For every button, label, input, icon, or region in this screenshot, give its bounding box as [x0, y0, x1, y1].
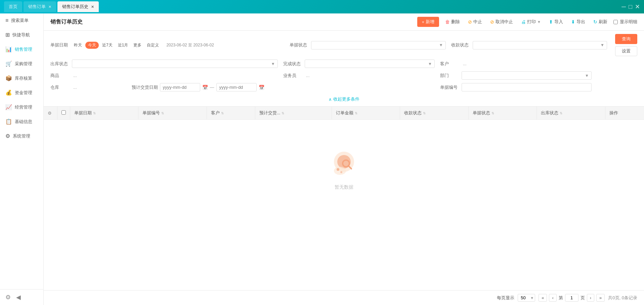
- sidebar-item-quick-nav[interactable]: ⊞ 快捷导航: [0, 28, 43, 42]
- filter-row-4: 仓库 ... 预计交货日期 📅 — 📅 单据编号: [50, 83, 637, 91]
- last-page-button[interactable]: »: [596, 294, 605, 302]
- salesperson-filter: 业务员 ...: [283, 73, 435, 79]
- page-nav: « ‹ 第 页 › »: [539, 294, 605, 302]
- sidebar-settings-icon[interactable]: ⚙: [5, 294, 11, 301]
- close-window-icon[interactable]: ✕: [635, 3, 640, 10]
- date-last1month-btn[interactable]: 近1月: [116, 42, 130, 49]
- display-toggle-checkbox[interactable]: [613, 20, 618, 24]
- refresh-button[interactable]: ↻ 刷新: [591, 17, 609, 26]
- import-button[interactable]: ⬆ 导入: [547, 17, 565, 26]
- basic-info-icon: 📋: [5, 118, 12, 125]
- sidebar-item-inventory[interactable]: 📦 库存核算: [0, 71, 43, 85]
- page-size-label: 每页显示: [497, 295, 514, 301]
- sidebar-item-basic-info[interactable]: 📋 基础信息: [0, 114, 43, 129]
- completion-status-select[interactable]: [305, 60, 435, 68]
- tab-sales-history[interactable]: 销售订单历史 ✕: [57, 1, 99, 12]
- dept-select[interactable]: [462, 71, 592, 80]
- content-area: 销售订单历史 + 新增 🗑 删除 ⊘ 中止 ⊘ 取消中止: [44, 13, 644, 305]
- max-icon[interactable]: □: [629, 3, 632, 10]
- new-label: 新增: [426, 19, 434, 25]
- stop-button[interactable]: ⊘ 中止: [466, 17, 484, 26]
- date-filter: 单据日期 昨天 今天 近7天 近1月 更多 自定义 2023-06-02 至 2…: [50, 42, 284, 49]
- sort-order-status[interactable]: 单据状态 ⇅: [473, 110, 533, 116]
- tab-sales-order[interactable]: 销售订单 ✕: [24, 1, 56, 12]
- completion-status-label: 完成状态: [283, 61, 302, 67]
- pay-status-select[interactable]: [473, 41, 607, 49]
- cancel-stop-label: 取消中止: [496, 19, 513, 25]
- print-button[interactable]: 🖨 打印 ▼: [519, 17, 543, 26]
- delivery-date-end[interactable]: [216, 83, 257, 91]
- table-container: ⚙ 单据日期 ⇅ 单据编号: [44, 107, 644, 290]
- order-no-input[interactable]: [462, 83, 592, 91]
- sidebar-item-sys-mgmt[interactable]: ⚙ 系统管理: [0, 129, 43, 143]
- date-custom-btn[interactable]: 自定义: [145, 42, 161, 49]
- date-last7-btn[interactable]: 近7天: [100, 42, 115, 49]
- sort-pay-status-icon: ⇅: [423, 111, 426, 115]
- sort-outbound-status-icon: ⇅: [560, 111, 562, 115]
- sidebar-item-inventory-label: 库存核算: [15, 75, 32, 81]
- order-no-label: 单据编号: [440, 84, 459, 90]
- date-yesterday-btn[interactable]: 昨天: [72, 42, 84, 49]
- empty-illustration: [327, 147, 361, 180]
- total-info: 共0页, 0条记录: [608, 295, 637, 301]
- page-label: 第: [559, 295, 563, 301]
- empty-text: 暂无数据: [335, 184, 353, 190]
- sort-expected-delivery[interactable]: 预计交货... ⇅: [259, 110, 328, 116]
- collapse-more-btn[interactable]: ∧ 收起更多条件: [50, 95, 637, 104]
- date-today-btn[interactable]: 今天: [85, 42, 99, 49]
- print-arrow-icon: ▼: [537, 20, 541, 24]
- select-all-checkbox[interactable]: [61, 110, 66, 115]
- calendar-start-icon[interactable]: 📅: [202, 85, 208, 90]
- tab-sales-history-close[interactable]: ✕: [91, 5, 94, 9]
- delete-button[interactable]: 🗑 删除: [443, 17, 462, 26]
- cancel-stop-button[interactable]: ⊘ 取消中止: [488, 17, 515, 26]
- page-size-wrapper: 20 50 100 ▼: [518, 294, 535, 302]
- dept-label: 部门: [440, 73, 459, 79]
- sidebar-item-finance[interactable]: 💰 资金管理: [0, 85, 43, 100]
- product-input[interactable]: ...: [72, 73, 78, 78]
- sort-amount[interactable]: 订单金额 ⇅: [336, 110, 396, 116]
- sort-date[interactable]: 单据日期 ⇅: [74, 110, 134, 116]
- sidebar-item-sales-mgmt[interactable]: 📊 销售管理: [0, 42, 43, 56]
- query-button[interactable]: 查询: [615, 34, 637, 44]
- customer-input[interactable]: ...: [462, 61, 468, 66]
- gear-icon[interactable]: ⚙: [48, 111, 52, 116]
- sidebar-collapse-icon[interactable]: ◀: [16, 294, 21, 301]
- warehouse-input[interactable]: ...: [72, 85, 78, 90]
- current-page-input[interactable]: [565, 294, 578, 302]
- salesperson-input[interactable]: ...: [305, 73, 311, 78]
- new-button[interactable]: + 新增: [417, 17, 439, 27]
- sort-order-no[interactable]: 单据编号 ⇅: [142, 110, 203, 116]
- next-page-button[interactable]: ›: [587, 294, 594, 302]
- sidebar-item-purchase-mgmt[interactable]: 🛒 采购管理: [0, 56, 43, 71]
- page-size-select[interactable]: 20 50 100: [518, 294, 535, 302]
- sort-pay-status[interactable]: 收款状态 ⇅: [404, 110, 464, 116]
- export-button[interactable]: ⬇ 导出: [569, 17, 587, 26]
- sidebar-item-sales-mgmt-label: 销售管理: [15, 46, 32, 52]
- table-header-row: ⚙ 单据日期 ⇅ 单据编号: [44, 107, 644, 120]
- import-icon: ⬆: [549, 19, 553, 25]
- print-icon: 🖨: [521, 19, 526, 25]
- min-icon[interactable]: ─: [621, 3, 626, 10]
- outbound-status-select[interactable]: [72, 60, 278, 68]
- setting-button[interactable]: 设置: [615, 46, 637, 56]
- first-page-button[interactable]: «: [539, 294, 547, 302]
- prev-page-button[interactable]: ‹: [549, 294, 556, 302]
- display-toggle-label: 显示明细: [620, 19, 637, 25]
- tab-home[interactable]: 首页: [4, 1, 22, 12]
- date-more-btn[interactable]: 更多: [131, 42, 143, 49]
- th-gear[interactable]: ⚙: [44, 107, 57, 120]
- tab-sales-history-label: 销售订单历史: [62, 4, 88, 10]
- finance-icon: 💰: [5, 89, 12, 96]
- th-checkbox[interactable]: [57, 107, 70, 120]
- outbound-status-label: 出库状态: [50, 61, 69, 67]
- delivery-date-start[interactable]: [160, 83, 200, 91]
- sidebar-item-operations[interactable]: 📈 经营管理: [0, 100, 43, 114]
- sidebar-item-search-menu[interactable]: ≡ 搜索菜单: [0, 13, 43, 28]
- th-expected-delivery: 预计交货... ⇅: [255, 107, 332, 120]
- tab-sales-order-close[interactable]: ✕: [48, 5, 51, 9]
- sort-outbound-status[interactable]: 出库状态 ⇅: [541, 110, 601, 116]
- sort-customer[interactable]: 客户 ⇅: [211, 110, 251, 116]
- order-status-select[interactable]: [311, 41, 445, 49]
- calendar-end-icon[interactable]: 📅: [259, 85, 264, 90]
